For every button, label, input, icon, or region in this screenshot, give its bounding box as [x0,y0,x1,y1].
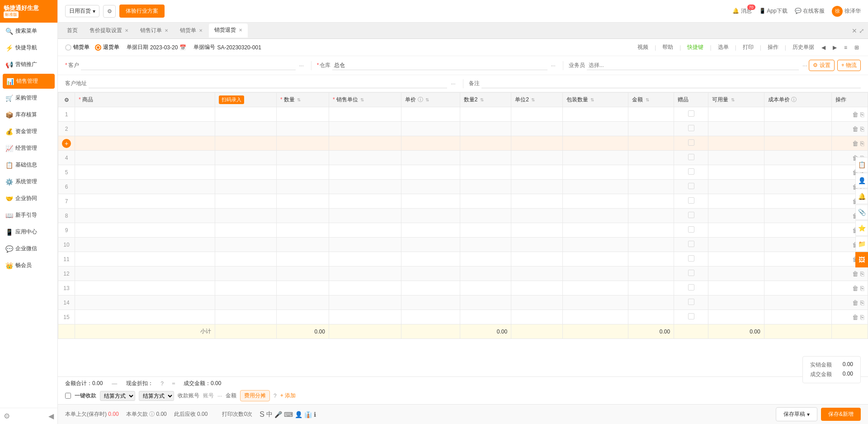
price-info-icon[interactable]: ⓘ [418,96,423,103]
unit2-sort-icon[interactable]: ⇅ [531,97,535,102]
expand-icon[interactable]: ⤢ [859,27,864,34]
gift-checkbox-10[interactable] [688,241,694,247]
product-cell-8[interactable] [75,209,215,223]
product-cell-12[interactable] [75,267,215,281]
copy-row-btn-13[interactable]: ⎘ [860,285,864,292]
prev-record-icon[interactable]: ◀ [820,43,827,52]
save-new-button[interactable]: 保存&新增 [821,408,861,421]
gift-checkbox-4[interactable] [688,154,694,160]
sidebar-item-newguide[interactable]: 📖新手引导 [0,207,57,224]
product-cell-10[interactable] [75,238,215,252]
packqty-sort-icon[interactable]: ⇅ [590,97,594,102]
account-picker-btn[interactable]: ··· [217,393,222,399]
gift-checkbox-15[interactable] [688,313,694,319]
next-record-icon[interactable]: ▶ [831,43,839,52]
tab-close-sales_return[interactable]: ✕ [239,28,242,33]
daily-category-select[interactable]: 日用百货 ▾ [65,5,99,17]
product-cell-14[interactable] [75,295,215,310]
collapse-icon[interactable]: ◀ [48,412,54,420]
sales-unit-sort-icon[interactable]: ⇅ [360,97,364,102]
fee-split-help-icon[interactable]: ? [274,393,277,399]
tab-price_setting[interactable]: 售价提取设置✕ [84,24,134,37]
product-cell-3[interactable] [75,136,215,151]
product-cell-6[interactable] [75,180,215,194]
sidebar-item-inventory[interactable]: 📦库存核算 [0,106,57,123]
sales-delivery-radio[interactable]: 销货单 [65,43,90,51]
floating-image-btn[interactable]: 🖼 [855,252,868,267]
qty2-sort-icon[interactable]: ⇅ [480,97,484,102]
sidebar-item-finance[interactable]: 💰资金管理 [0,123,57,140]
copy-row-btn-12[interactable]: ⎘ [860,270,864,277]
one-click-pay-checkbox[interactable] [65,393,71,399]
floating-attachment-btn[interactable]: 📎 [855,205,868,220]
product-cell-7[interactable] [75,194,215,209]
delete-row-btn-3[interactable]: 🗑 [852,140,859,147]
copy-row-btn-3[interactable]: ⎘ [860,140,864,147]
product-cell-13[interactable] [75,281,215,295]
save-draft-button[interactable]: 保存草稿 ▾ [776,407,817,421]
salesperson-input[interactable] [587,61,799,70]
amount-sort-icon[interactable]: ⇅ [646,97,649,102]
settlement-method-select[interactable]: 结算方式 [100,391,135,401]
experience-button[interactable]: 体验行业方案 [119,5,165,18]
sidebar-item-appcenter[interactable]: 📱应用中心 [0,224,57,240]
copy-row-btn-14[interactable]: ⎘ [860,299,864,306]
sidebar-item-enterprise[interactable]: 🤝企业协同 [0,190,57,207]
gift-checkbox-2[interactable] [688,125,694,131]
delete-row-btn-1[interactable]: 🗑 [852,111,859,118]
gift-checkbox-5[interactable] [688,168,694,175]
history-btn[interactable]: 历史单据 [791,43,816,52]
sidebar-item-basic[interactable]: 📋基础信息 [0,157,57,173]
delete-row-btn-2[interactable]: 🗑 [852,125,859,133]
copy-row-btn-15[interactable]: ⎘ [860,314,864,321]
gift-checkbox-11[interactable] [688,255,694,262]
product-cell-11[interactable] [75,252,215,267]
single-debt-info-icon[interactable]: ⓘ [149,411,155,417]
tab-close-sales_order[interactable]: ✕ [165,28,168,33]
customer-input[interactable] [81,61,296,70]
calendar-icon[interactable]: 📅 [179,44,186,51]
gift-checkbox-3[interactable] [688,139,694,146]
header-gear-button[interactable]: ⚙ [103,5,116,18]
sales-return-radio[interactable]: 退货单 [95,43,119,51]
address-input[interactable] [89,79,447,88]
delete-row-btn-12[interactable]: 🗑 [852,270,859,277]
notification-button[interactable]: 🔔 消息 70 [732,7,751,15]
copy-row-btn-2[interactable]: ⎘ [860,125,864,133]
warehouse-input[interactable] [332,61,547,70]
customer-picker-btn[interactable]: ··· [297,62,306,69]
view-toggle-list[interactable]: ≡ [842,43,849,52]
tab-home[interactable]: 首页 [61,24,83,37]
scan-input-btn[interactable]: 扫码录入 [219,95,244,104]
shortcut-btn[interactable]: 快捷键 [685,43,705,52]
sidebar-item-member[interactable]: 👑畅会员 [0,257,57,274]
remark-input[interactable] [481,79,861,88]
floating-notes-btn[interactable]: 📋 [855,157,868,172]
date-value[interactable]: 2023-03-20 [150,44,178,51]
floating-notification-btn[interactable]: 🔔 [855,189,868,204]
sidebar-item-operation[interactable]: 📈经营管理 [0,140,57,157]
sidebar-item-system[interactable]: ⚙️系统管理 [0,173,57,190]
floating-star-btn[interactable]: ⭐ [855,220,868,236]
tab-close-price_setting[interactable]: ✕ [125,28,128,33]
gift-checkbox-7[interactable] [688,197,694,204]
product-cell-1[interactable] [75,107,215,122]
online-service-link[interactable]: 💬 在线客服 [795,7,825,15]
add-row-btn[interactable]: + [62,139,71,148]
sidebar-item-purchase[interactable]: 🛒采购管理 [0,90,57,106]
quantity-sort-icon[interactable]: ⇅ [297,97,301,102]
tab-sales_return[interactable]: 销货退货✕ [209,24,248,38]
video-btn[interactable]: 视频 [636,43,650,52]
sidebar-item-shortcut[interactable]: ⚡快捷导航 [0,39,57,56]
tab-sales_delivery[interactable]: 销货单✕ [175,24,208,37]
product-cell-15[interactable] [75,310,215,324]
settings-icon[interactable]: ⚙ [4,412,10,420]
floating-contact-btn[interactable]: 👤 [855,173,868,188]
product-input-3[interactable] [79,140,211,147]
help-btn[interactable]: 帮助 [660,43,675,52]
logistics-button[interactable]: + 物流 [837,60,861,71]
available-sort-icon[interactable]: ⇅ [731,97,735,102]
price-sort-icon[interactable]: ⇅ [425,97,429,102]
gift-checkbox-12[interactable] [688,270,694,276]
user-menu[interactable]: 徐 徐泽华 [832,6,861,17]
